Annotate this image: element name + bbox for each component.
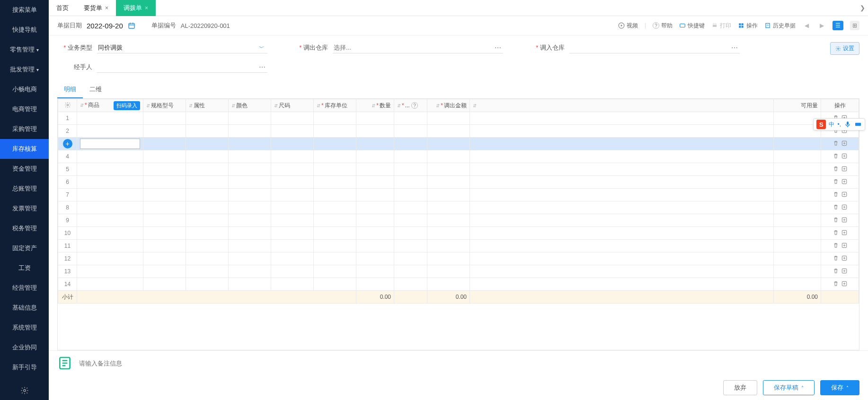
product-cell[interactable] xyxy=(77,227,143,240)
col-unit[interactable]: ⇵*库存单位 xyxy=(314,99,356,112)
calendar-icon[interactable] xyxy=(128,22,135,29)
add-row-icon[interactable] xyxy=(841,242,848,249)
sidebar-item-8[interactable]: 资金管理 xyxy=(0,159,49,179)
add-row-icon[interactable] xyxy=(841,140,848,147)
sidebar-item-7[interactable]: 库存核算 xyxy=(0,139,49,159)
col-product[interactable]: ⇵*商品扫码录入 xyxy=(77,99,143,112)
product-cell[interactable] xyxy=(77,201,143,214)
sidebar-item-15[interactable]: 基础信息 xyxy=(0,298,49,318)
tab-1[interactable]: 要货单× xyxy=(76,0,116,16)
col-spec[interactable]: ⇵规格型号 xyxy=(143,99,186,112)
sidebar-item-12[interactable]: 固定资产 xyxy=(0,238,49,258)
table-row[interactable]: 5 xyxy=(58,163,859,176)
table-row[interactable]: 14 xyxy=(58,278,859,291)
table-row[interactable]: 2 xyxy=(58,125,859,138)
col-out-amount[interactable]: ⇵*调出金额 xyxy=(427,99,470,112)
close-icon[interactable]: × xyxy=(145,5,148,11)
col-blank[interactable]: ⇵ xyxy=(470,99,774,112)
save-draft-button[interactable]: 保存草稿˄ xyxy=(763,380,815,395)
view-list-toggle[interactable]: ☰ xyxy=(833,21,843,30)
delete-icon[interactable] xyxy=(833,153,839,159)
product-cell[interactable] xyxy=(77,252,143,265)
product-cell[interactable] xyxy=(77,176,143,189)
tab-2[interactable]: 调拨单× xyxy=(116,0,156,16)
help-link[interactable]: ?帮助 xyxy=(653,22,673,30)
add-row-icon[interactable] xyxy=(841,204,848,210)
product-cell[interactable] xyxy=(77,240,143,252)
sidebar-item-0[interactable]: 搜索菜单 xyxy=(0,0,49,20)
view-grid-toggle[interactable]: ⊞ xyxy=(850,21,859,30)
delete-icon[interactable] xyxy=(833,165,839,172)
add-row-icon[interactable] xyxy=(841,217,848,223)
close-icon[interactable]: × xyxy=(105,5,108,11)
product-cell[interactable] xyxy=(77,163,143,176)
remarks-input[interactable] xyxy=(79,360,859,367)
product-cell[interactable] xyxy=(77,150,143,163)
handler-more-icon[interactable]: ⋯ xyxy=(259,63,266,71)
add-row-icon[interactable] xyxy=(841,255,848,261)
delete-icon[interactable] xyxy=(833,217,839,223)
product-cell[interactable] xyxy=(77,125,143,138)
biz-type-input[interactable] xyxy=(97,42,267,53)
print-link[interactable]: 打印 xyxy=(711,22,731,30)
add-row-button[interactable]: + xyxy=(63,139,72,148)
sidebar-item-4[interactable]: 小畅电商 xyxy=(0,79,49,99)
subtab-detail[interactable]: 明细 xyxy=(57,81,83,98)
handler-input[interactable] xyxy=(97,61,267,73)
delete-icon[interactable] xyxy=(833,140,839,147)
video-link[interactable]: 视频 xyxy=(618,22,638,30)
date-value[interactable]: 2022-09-20 xyxy=(87,22,123,30)
ime-widget[interactable]: S 中 •, xyxy=(813,118,865,130)
ime-punct-icon[interactable]: •, xyxy=(837,121,841,128)
table-row[interactable]: 1 xyxy=(58,112,859,125)
delete-icon[interactable] xyxy=(833,204,839,210)
save-button[interactable]: 保存˄ xyxy=(820,380,859,395)
delete-icon[interactable] xyxy=(833,280,839,287)
col-attr[interactable]: ⇵属性 xyxy=(186,99,229,112)
delete-icon[interactable] xyxy=(833,229,839,236)
table-row[interactable]: 4 xyxy=(58,150,859,163)
table-row[interactable]: 10 xyxy=(58,227,859,240)
prev-doc-button[interactable]: ◀ xyxy=(802,21,811,30)
info-icon[interactable]: ? xyxy=(411,102,418,109)
sidebar-item-3[interactable]: 批发管理▾ xyxy=(0,60,49,79)
product-cell[interactable] xyxy=(77,278,143,291)
sidebar-item-2[interactable]: 零售管理▾ xyxy=(0,40,49,60)
sidebar-settings[interactable] xyxy=(0,383,49,400)
sidebar-item-6[interactable]: 采购管理 xyxy=(0,119,49,139)
discard-button[interactable]: 放弃 xyxy=(723,380,757,395)
col-qty[interactable]: ⇵*数量 xyxy=(356,99,394,112)
sidebar-item-1[interactable]: 快捷导航 xyxy=(0,20,49,40)
col-available[interactable]: 可用量 xyxy=(774,99,821,112)
delete-icon[interactable] xyxy=(833,255,839,261)
tab-0[interactable]: 首页 xyxy=(49,0,76,16)
add-row-icon[interactable] xyxy=(841,268,848,274)
table-settings-header[interactable] xyxy=(58,99,77,112)
col-color[interactable]: ⇵颜色 xyxy=(229,99,271,112)
product-cell[interactable] xyxy=(77,214,143,227)
table-row[interactable]: 8 xyxy=(58,201,859,214)
subtab-twod[interactable]: 二维 xyxy=(83,81,108,98)
sidebar-item-14[interactable]: 经营管理 xyxy=(0,278,49,298)
sidebar-item-10[interactable]: 发票管理 xyxy=(0,199,49,218)
table-row[interactable]: + xyxy=(58,138,859,150)
operate-link[interactable]: 操作 xyxy=(738,22,758,30)
keyboard-icon[interactable] xyxy=(854,121,862,128)
product-cell[interactable] xyxy=(77,189,143,201)
sidebar-item-13[interactable]: 工资 xyxy=(0,258,49,278)
product-cell[interactable] xyxy=(77,265,143,278)
add-row-icon[interactable] xyxy=(841,229,848,236)
out-store-more-icon[interactable]: ⋯ xyxy=(495,44,501,52)
ime-lang[interactable]: 中 xyxy=(829,121,834,129)
add-row-icon[interactable] xyxy=(841,165,848,172)
add-row-icon[interactable] xyxy=(841,191,848,198)
sidebar-item-5[interactable]: 电商管理 xyxy=(0,99,49,119)
table-row[interactable]: 7 xyxy=(58,189,859,201)
biz-type-dropdown-icon[interactable]: ﹀ xyxy=(259,44,265,52)
settings-button[interactable]: 设置 xyxy=(830,42,859,55)
tabs-collapse-icon[interactable]: ❯ xyxy=(857,2,868,13)
delete-icon[interactable] xyxy=(833,268,839,274)
table-row[interactable]: 6 xyxy=(58,176,859,189)
next-doc-button[interactable]: ▶ xyxy=(817,21,826,30)
out-store-input[interactable] xyxy=(333,42,503,53)
